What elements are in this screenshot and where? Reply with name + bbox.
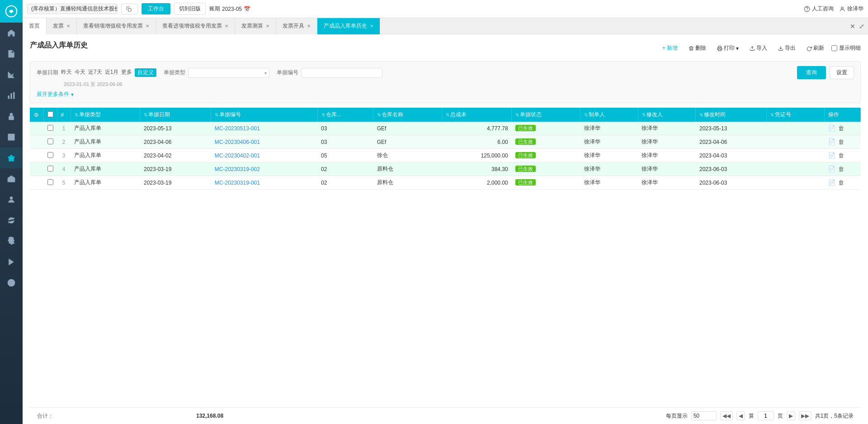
tab-invoice-close[interactable]: ✕ bbox=[66, 24, 70, 29]
gear-icon[interactable]: ⚙ bbox=[34, 112, 39, 118]
set-button[interactable]: 设置 bbox=[830, 66, 854, 79]
tab-invoice[interactable]: 发票 ✕ bbox=[47, 18, 77, 34]
page-last-btn[interactable]: ▶▶ bbox=[799, 411, 811, 420]
row-number[interactable]: MC-20230319-001 bbox=[211, 176, 317, 190]
sidebar-item-refresh2[interactable] bbox=[0, 210, 23, 231]
date-7days[interactable]: 近7天 bbox=[88, 68, 102, 77]
row-checkbox-cell[interactable] bbox=[43, 176, 57, 190]
action-view-icon[interactable]: 📄 bbox=[828, 166, 835, 172]
workbench-button[interactable]: 工作台 bbox=[142, 3, 170, 14]
date-more[interactable]: 更多 bbox=[121, 68, 132, 77]
sidebar-item-home[interactable] bbox=[0, 23, 23, 43]
import-button[interactable]: 导入 bbox=[746, 43, 771, 54]
row-number[interactable]: MC-20230319-002 bbox=[211, 162, 317, 176]
action-delete-icon[interactable]: 🗑 bbox=[838, 125, 844, 132]
tab-history[interactable]: 产成品入库单历史 ✕ bbox=[317, 18, 380, 34]
user-profile[interactable]: 徐泽华 bbox=[839, 5, 863, 13]
tab-open-close[interactable]: ✕ bbox=[307, 24, 311, 29]
page-first-btn[interactable]: ◀◀ bbox=[720, 411, 733, 420]
export-button[interactable]: 导出 bbox=[774, 43, 799, 54]
action-view-icon[interactable]: 📄 bbox=[828, 125, 835, 132]
page-prev-btn[interactable]: ◀ bbox=[736, 411, 745, 420]
col-total-cost[interactable]: 总成本 bbox=[442, 108, 512, 122]
refresh-button[interactable]: 刷新 bbox=[803, 43, 828, 54]
tab-view-purchase[interactable]: 查看进项增值税专用发票 ✕ bbox=[156, 18, 235, 34]
row-checkbox[interactable] bbox=[47, 166, 53, 172]
tab-history-close[interactable]: ✕ bbox=[370, 24, 373, 29]
row-checkbox-cell[interactable] bbox=[43, 135, 57, 149]
action-delete-icon[interactable]: 🗑 bbox=[838, 179, 844, 186]
print-button[interactable]: 打印 ▾ bbox=[713, 43, 742, 54]
row-checkbox-cell[interactable] bbox=[43, 162, 57, 176]
row-checkbox-cell[interactable] bbox=[43, 149, 57, 162]
delete-button[interactable]: 删除 bbox=[685, 43, 710, 54]
show-detail-input[interactable] bbox=[831, 45, 837, 51]
row-number[interactable]: MC-20230402-001 bbox=[211, 149, 317, 162]
row-number[interactable]: MC-20230406-001 bbox=[211, 135, 317, 149]
date-1month[interactable]: 近1月 bbox=[105, 68, 119, 77]
action-view-icon[interactable]: 📄 bbox=[828, 179, 835, 186]
date-custom[interactable]: 自定义 bbox=[135, 68, 156, 77]
tab-home[interactable]: 首页 bbox=[23, 18, 47, 34]
sidebar-item-analytics[interactable] bbox=[0, 85, 23, 106]
page-input[interactable] bbox=[758, 411, 774, 420]
tab-calc-close[interactable]: ✕ bbox=[266, 24, 269, 29]
tab-view-sales-close[interactable]: ✕ bbox=[146, 24, 149, 29]
sidebar-item-doc[interactable] bbox=[0, 43, 23, 64]
sidebar-item-lock[interactable] bbox=[0, 106, 23, 127]
tab-open[interactable]: 发票开具 ✕ bbox=[276, 18, 317, 34]
support-link[interactable]: 人工咨询 bbox=[804, 5, 834, 13]
query-button[interactable]: 查询 bbox=[797, 66, 826, 79]
col-type[interactable]: 单据类型 bbox=[71, 108, 140, 122]
page-next-btn[interactable]: ▶ bbox=[787, 411, 795, 420]
tab-view-purchase-close[interactable]: ✕ bbox=[225, 24, 228, 29]
action-delete-icon[interactable]: 🗑 bbox=[838, 166, 844, 172]
sidebar-item-gift[interactable] bbox=[0, 148, 23, 168]
action-delete-icon[interactable]: 🗑 bbox=[838, 152, 844, 159]
print-dropdown[interactable]: ▾ bbox=[736, 45, 739, 52]
col-modify-time[interactable]: 修改时间 bbox=[696, 108, 767, 122]
tab-close-all[interactable]: ✕ bbox=[850, 23, 855, 30]
calendar-icon[interactable]: 📅 bbox=[244, 6, 250, 12]
row-checkbox[interactable] bbox=[47, 138, 53, 144]
date-today[interactable]: 今天 bbox=[75, 68, 85, 77]
col-status[interactable]: 单据状态 bbox=[512, 108, 580, 122]
row-number-link[interactable]: MC-20230319-002 bbox=[215, 166, 260, 172]
switch-old-button[interactable]: 切到旧版 bbox=[174, 3, 206, 15]
expand-more-btn[interactable]: 展开更多条件 ▾ bbox=[37, 91, 854, 98]
row-number-link[interactable]: MC-20230406-001 bbox=[215, 139, 260, 145]
col-warehouse-code[interactable]: 仓库... bbox=[317, 108, 373, 122]
row-number-link[interactable]: MC-20230513-001 bbox=[215, 125, 260, 132]
filter-type-select[interactable]: 产品入库单 bbox=[188, 68, 269, 78]
sidebar-item-version[interactable] bbox=[0, 272, 23, 293]
col-creator[interactable]: 制单人 bbox=[580, 108, 638, 122]
action-delete-icon[interactable]: 🗑 bbox=[838, 138, 844, 145]
row-number-link[interactable]: MC-20230402-001 bbox=[215, 152, 260, 159]
tab-expand[interactable]: ⤢ bbox=[859, 23, 864, 30]
sidebar-item-warehouse[interactable] bbox=[0, 168, 23, 189]
copy-button[interactable] bbox=[121, 4, 138, 14]
company-selector[interactable]: (库存核算）直播轻纯通信息技术股份... ▾ bbox=[27, 4, 118, 14]
col-warehouse-name[interactable]: 仓库名称 bbox=[373, 108, 442, 122]
sidebar-item-table[interactable] bbox=[0, 127, 23, 148]
action-view-icon[interactable]: 📄 bbox=[828, 138, 835, 145]
row-checkbox-cell[interactable] bbox=[43, 122, 57, 135]
col-number[interactable]: 单据编号 bbox=[211, 108, 317, 122]
sidebar-item-play[interactable] bbox=[0, 252, 23, 272]
date-yesterday[interactable]: 昨天 bbox=[61, 68, 72, 77]
row-checkbox[interactable] bbox=[47, 152, 53, 158]
new-button[interactable]: + 新增 bbox=[659, 43, 681, 54]
col-voucher[interactable]: 凭证号 bbox=[767, 108, 825, 122]
row-number-link[interactable]: MC-20230319-001 bbox=[215, 180, 260, 186]
col-date[interactable]: 单据日期 bbox=[140, 108, 211, 122]
sidebar-item-chart[interactable] bbox=[0, 64, 23, 85]
show-detail-checkbox[interactable]: 显示明细 bbox=[831, 44, 861, 52]
sidebar-item-settings2[interactable] bbox=[0, 231, 23, 252]
select-all-checkbox[interactable] bbox=[47, 111, 53, 117]
filter-number-input[interactable] bbox=[301, 68, 382, 78]
row-checkbox[interactable] bbox=[47, 179, 53, 185]
action-view-icon[interactable]: 📄 bbox=[828, 152, 835, 159]
col-checkbox[interactable] bbox=[43, 108, 57, 122]
tab-view-sales[interactable]: 查看销项增值税专用发票 ✕ bbox=[77, 18, 156, 34]
col-modifier[interactable]: 修改人 bbox=[638, 108, 696, 122]
